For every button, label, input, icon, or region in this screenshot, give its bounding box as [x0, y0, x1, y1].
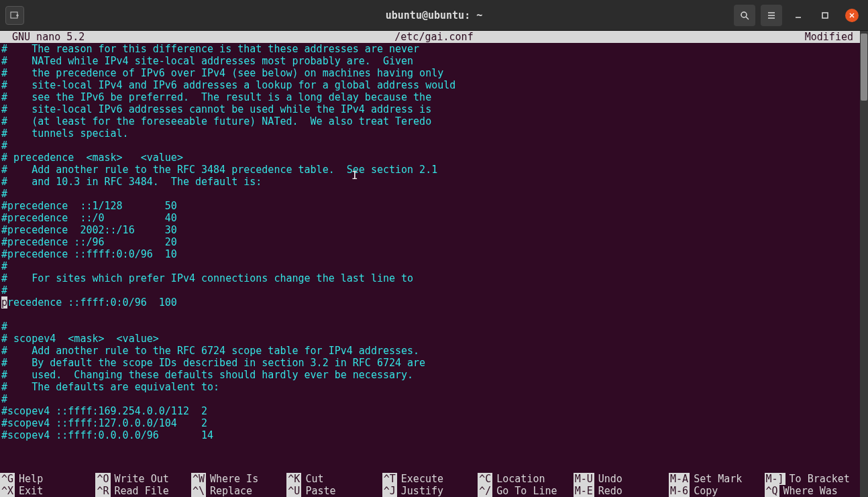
editor-line: # The reason for this difference is that…	[0, 43, 868, 55]
editor-line: #precedence ::/96 20	[0, 236, 868, 248]
shortcut-item: M-UUndo	[574, 473, 669, 485]
maximize-icon	[821, 11, 829, 19]
editor-line: #	[0, 260, 868, 272]
editor-line: # tunnels special.	[0, 127, 868, 140]
shortcut-key: ^T	[382, 473, 397, 485]
text-cursor: p	[1, 296, 7, 309]
svg-rect-9	[822, 13, 828, 18]
editor-line: #	[0, 140, 868, 152]
window-title: ubuntu@ubuntu: ~	[386, 9, 483, 21]
shortcut-key: ^/	[478, 485, 492, 497]
nano-filename: /etc/gai.conf	[286, 31, 582, 43]
shortcut-label: To Bracket	[790, 473, 850, 485]
close-button[interactable]	[845, 9, 859, 22]
shortcut-key: ^J	[382, 485, 397, 497]
editor-line: # see the IPv6 be preferred. The result …	[0, 91, 868, 103]
editor-line: # scopev4 <mask> <value>	[0, 333, 868, 345]
shortcut-label: Undo	[598, 473, 622, 485]
shortcut-item: ^/Go To Line	[478, 485, 573, 497]
shortcut-item: ^GHelp	[0, 473, 95, 485]
shortcut-label: Where Is	[210, 473, 258, 485]
nano-header: GNU nano 5.2 /etc/gai.conf Modified	[0, 31, 868, 43]
minimize-button[interactable]	[792, 9, 805, 22]
shortcut-item: ^WWhere Is	[191, 473, 286, 485]
shortcut-item: M-6Copy	[669, 485, 764, 497]
terminal-area[interactable]: GNU nano 5.2 /etc/gai.conf Modified # Th…	[0, 31, 868, 497]
minimize-icon	[794, 11, 802, 19]
nano-version: GNU nano 5.2	[0, 31, 286, 43]
new-tab-button[interactable]	[5, 6, 24, 25]
editor-line: # Add another rule to the RFC 6724 scope…	[0, 345, 868, 357]
svg-point-3	[741, 12, 747, 17]
shortcut-label: Justify	[401, 485, 443, 497]
shortcut-item: ^OWrite Out	[95, 473, 191, 485]
shortcut-label: Set Mark	[694, 473, 742, 485]
shortcut-label: Where Was	[783, 485, 838, 497]
shortcut-key: M-U	[574, 473, 594, 485]
shortcut-item: M-ASet Mark	[669, 473, 764, 485]
editor-content[interactable]: # The reason for this difference is that…	[0, 43, 868, 441]
scrollbar-thumb[interactable]	[861, 34, 867, 101]
maximize-button[interactable]	[818, 9, 832, 22]
shortcut-label: Redo	[598, 485, 622, 497]
hamburger-menu-button[interactable]	[761, 5, 782, 26]
editor-line: # the precedence of IPv6 over IPv4 (see …	[0, 67, 868, 79]
shortcut-item: ^\Replace	[191, 485, 286, 497]
search-button[interactable]	[734, 5, 755, 26]
editor-line: # The defaults are equivalent to:	[0, 381, 868, 393]
editor-line: #	[0, 188, 868, 200]
shortcut-label: Read File	[115, 485, 169, 497]
editor-line: #precedence 2002::/16 30	[0, 224, 868, 236]
search-icon	[739, 10, 750, 21]
editor-line	[0, 309, 868, 321]
editor-line: # For sites which prefer IPv4 connection…	[0, 272, 868, 284]
shortcut-key: ^G	[0, 473, 15, 485]
shortcut-key: ^X	[0, 485, 15, 497]
editor-line: # Add another rule to the RFC 3484 prece…	[0, 164, 868, 176]
shortcut-item: ^QWhere Was	[765, 485, 860, 497]
editor-line: #	[0, 284, 868, 296]
editor-line: #scopev4 ::ffff:127.0.0.0/104 2	[0, 417, 868, 429]
shortcut-key: M-A	[669, 473, 690, 485]
scrollbar[interactable]	[860, 31, 868, 497]
shortcut-item: ^TExecute	[382, 473, 478, 485]
editor-line: # precedence <mask> <value>	[0, 152, 868, 164]
editor-line: precedence ::ffff:0:0/96 100	[0, 296, 868, 309]
shortcut-label: Paste	[305, 485, 335, 497]
shortcut-key: M-]	[765, 473, 785, 485]
shortcut-key: ^W	[191, 473, 206, 485]
shortcut-label: Copy	[694, 485, 718, 497]
editor-line: #	[0, 393, 868, 405]
editor-line: #scopev4 ::ffff:169.254.0.0/112 2	[0, 405, 868, 417]
shortcut-key: ^\	[191, 485, 206, 497]
editor-line: #scopev4 ::ffff:0.0.0.0/96 14	[0, 429, 868, 441]
shortcut-item: ^RRead File	[95, 485, 191, 497]
hamburger-icon	[766, 10, 777, 21]
shortcut-item: ^JJustify	[382, 485, 478, 497]
editor-line: #	[0, 321, 868, 333]
svg-line-4	[746, 17, 749, 19]
shortcut-key: ^U	[286, 485, 301, 497]
editor-line: # (at least for the foreseeable future) …	[0, 115, 868, 127]
shortcut-label: Location	[496, 473, 545, 485]
shortcut-item: ^XExit	[0, 485, 95, 497]
editor-line: # NATed while IPv4 site-local addresses …	[0, 55, 868, 67]
shortcut-key: ^O	[95, 473, 110, 485]
new-tab-icon	[9, 10, 20, 21]
shortcut-key: ^R	[95, 485, 110, 497]
titlebar: ubuntu@ubuntu: ~	[0, 0, 868, 31]
nano-status: Modified	[582, 31, 868, 43]
editor-line: # By default the scope IDs described in …	[0, 357, 868, 369]
shortcut-item: ^UPaste	[286, 485, 382, 497]
shortcut-label: Write Out	[115, 473, 169, 485]
shortcut-label: Exit	[19, 485, 43, 497]
shortcut-label: Cut	[305, 473, 323, 485]
close-icon	[849, 12, 855, 19]
shortcut-key: ^K	[286, 473, 301, 485]
editor-line: # site-local IPv6 addresses cannot be us…	[0, 103, 868, 115]
editor-line: #precedence ::1/128 50	[0, 200, 868, 212]
nano-shortcuts: ^GHelp^OWrite Out^WWhere Is^KCut^TExecut…	[0, 473, 860, 497]
shortcut-key: M-6	[669, 485, 690, 497]
editor-line: #precedence ::ffff:0:0/96 10	[0, 248, 868, 260]
shortcut-label: Go To Line	[496, 485, 557, 497]
